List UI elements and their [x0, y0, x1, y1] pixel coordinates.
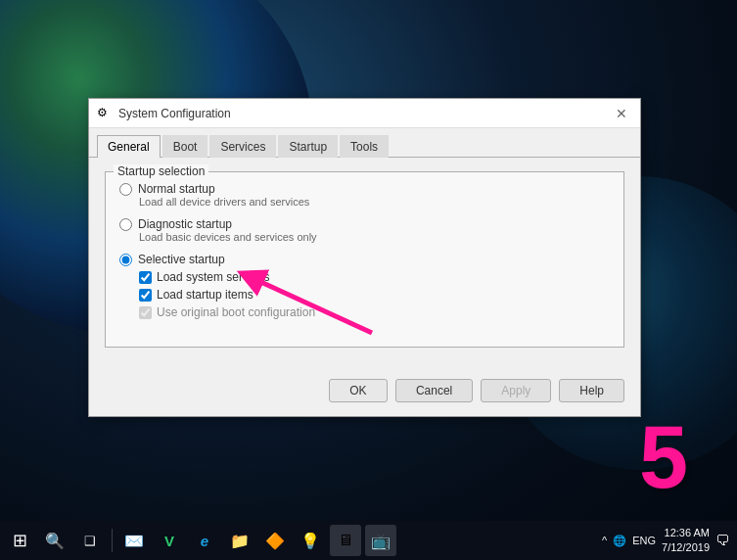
- use-original-boot-checkbox: [139, 306, 152, 319]
- lang-indicator: ENG: [632, 535, 656, 546]
- system-config-dialog: ⚙ System Configuration ✕ General Boot Se…: [88, 98, 641, 417]
- light-taskbar-icon[interactable]: 💡: [295, 525, 326, 556]
- diagnostic-startup-text: Diagnostic startup: [138, 217, 232, 231]
- selective-startup-label[interactable]: Selective startup: [119, 253, 610, 266]
- load-startup-items-label[interactable]: Load startup items: [139, 288, 610, 302]
- tab-services[interactable]: Services: [209, 135, 276, 158]
- start-button[interactable]: ⊞: [4, 525, 35, 556]
- search-taskbar[interactable]: 🔍: [39, 525, 70, 556]
- clock-date: 7/12/2019: [662, 540, 710, 555]
- tab-startup[interactable]: Startup: [278, 135, 338, 158]
- taskbar-left: ⊞ 🔍 ❑ ✉️ V e 📁 🔶 💡 🖥 📺: [0, 525, 396, 556]
- normal-startup-label[interactable]: Normal startup: [119, 182, 610, 196]
- dialog-content: Startup selection Normal startup Load al…: [89, 158, 640, 371]
- dialog-titlebar: ⚙ System Configuration ✕: [89, 99, 640, 128]
- selective-suboptions: Load system services Load startup items …: [139, 270, 610, 323]
- group-legend: Startup selection: [114, 164, 208, 178]
- tab-general[interactable]: General: [97, 135, 161, 158]
- dialog-close-button[interactable]: ✕: [611, 103, 632, 124]
- load-startup-items-checkbox[interactable]: [139, 289, 152, 302]
- dialog-app-icon: ⚙: [97, 106, 113, 121]
- folder-taskbar-icon[interactable]: 📁: [224, 525, 255, 556]
- chevron-icon[interactable]: ^: [602, 535, 607, 546]
- mail-taskbar-icon[interactable]: ✉️: [118, 525, 150, 556]
- load-system-services-label[interactable]: Load system services: [139, 270, 610, 284]
- load-startup-items-text: Load startup items: [157, 288, 253, 302]
- normal-startup-desc: Load all device drivers and services: [139, 196, 610, 208]
- selective-startup-text: Selective startup: [138, 253, 225, 266]
- diagnostic-startup-option: Diagnostic startup Load basic devices an…: [119, 217, 610, 243]
- normal-startup-text: Normal startup: [138, 182, 215, 196]
- dialog-title: System Configuration: [118, 107, 611, 120]
- network-icon[interactable]: 🌐: [613, 535, 626, 547]
- dialog-buttons: OK Cancel Apply Help: [89, 371, 640, 416]
- normal-startup-option: Normal startup Load all device drivers a…: [119, 182, 610, 208]
- cancel-button[interactable]: Cancel: [395, 379, 473, 402]
- app4-taskbar-icon[interactable]: 📺: [365, 525, 396, 556]
- vlc-taskbar-icon[interactable]: 🔶: [259, 525, 291, 556]
- task-view[interactable]: ❑: [74, 525, 106, 556]
- selective-startup-radio[interactable]: [119, 254, 132, 266]
- tab-boot[interactable]: Boot: [162, 135, 208, 158]
- diagnostic-startup-radio[interactable]: [119, 218, 132, 231]
- app2-taskbar-icon[interactable]: V: [154, 525, 185, 556]
- diagnostic-startup-label[interactable]: Diagnostic startup: [119, 217, 610, 231]
- desktop: ⚙ System Configuration ✕ General Boot Se…: [0, 0, 737, 560]
- selective-startup-option: Selective startup Load system services L…: [119, 253, 610, 323]
- apply-button[interactable]: Apply: [481, 379, 551, 402]
- ie-taskbar-icon[interactable]: e: [189, 525, 220, 556]
- app3-taskbar-icon[interactable]: 🖥: [330, 525, 361, 556]
- taskbar: ⊞ 🔍 ❑ ✉️ V e 📁 🔶 💡 🖥 📺 ^ 🌐 ENG 12:36 AM …: [0, 521, 737, 560]
- dialog-tabs: General Boot Services Startup Tools: [89, 128, 640, 158]
- taskbar-right: ^ 🌐 ENG 12:36 AM 7/12/2019 🗨: [602, 526, 737, 556]
- load-system-services-text: Load system services: [157, 270, 269, 284]
- startup-selection-group: Startup selection Normal startup Load al…: [105, 171, 624, 348]
- clock-display[interactable]: 12:36 AM 7/12/2019: [662, 526, 710, 556]
- use-original-boot-text: Use original boot configuration: [157, 305, 315, 319]
- diagnostic-startup-desc: Load basic devices and services only: [139, 231, 610, 243]
- load-system-services-checkbox[interactable]: [139, 271, 152, 284]
- normal-startup-radio[interactable]: [119, 183, 132, 196]
- ok-button[interactable]: OK: [329, 379, 388, 402]
- tab-tools[interactable]: Tools: [340, 135, 389, 158]
- help-button[interactable]: Help: [559, 379, 624, 402]
- notification-icon[interactable]: 🗨: [715, 533, 729, 548]
- clock-time: 12:36 AM: [662, 526, 710, 540]
- use-original-boot-label: Use original boot configuration: [139, 305, 610, 319]
